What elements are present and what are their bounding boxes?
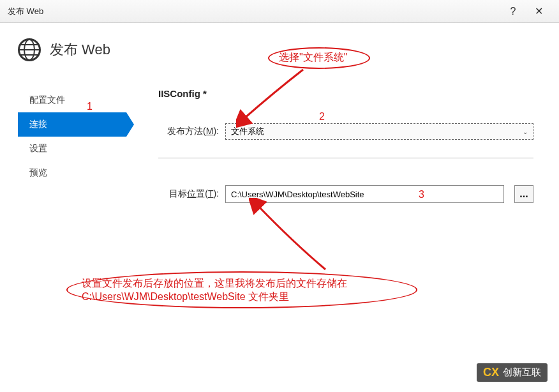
- watermark-logo: CX 创新互联: [477, 363, 548, 382]
- publish-method-value: 文件系统: [231, 126, 264, 137]
- close-button[interactable]: ✕: [526, 1, 551, 22]
- target-location-input[interactable]: [225, 185, 504, 203]
- annotation-oval-bottom: [66, 271, 417, 308]
- watermark-mark: CX: [483, 366, 499, 379]
- sidebar-item-settings[interactable]: 设置: [18, 137, 126, 161]
- profile-name: IISConfig *: [158, 88, 533, 99]
- sidebar-item-label: 预览: [29, 167, 47, 179]
- watermark-text: 创新互联: [503, 366, 541, 379]
- window-title: 发布 Web: [8, 6, 500, 17]
- page-header: 发布 Web: [0, 23, 559, 74]
- main-panel: IISConfig * 发布方法(M): 文件系统 ⌄ 目标位置(T): ...: [126, 74, 559, 211]
- wizard-sidebar: 配置文件 连接 设置 预览: [18, 74, 126, 211]
- sidebar-item-label: 设置: [29, 143, 47, 155]
- publish-method-row: 发布方法(M): 文件系统 ⌄: [158, 123, 533, 140]
- publish-method-label: 发布方法(M):: [158, 126, 219, 137]
- chevron-down-icon: ⌄: [523, 128, 528, 135]
- annotation-callout-bottom: 设置文件发布后存放的位置，这里我将发布后的文件存储在 C:\Users\WJM\…: [82, 277, 347, 304]
- sidebar-item-profile[interactable]: 配置文件: [18, 88, 126, 112]
- target-location-row: 目标位置(T): ...: [158, 185, 533, 203]
- sidebar-item-label: 连接: [29, 119, 47, 130]
- target-location-label: 目标位置(T):: [158, 188, 219, 200]
- sidebar-item-connection[interactable]: 连接: [18, 112, 126, 137]
- divider: [158, 158, 533, 158]
- publish-method-select[interactable]: 文件系统 ⌄: [225, 123, 533, 140]
- help-button[interactable]: ?: [500, 1, 526, 22]
- body: 配置文件 连接 设置 预览 IISConfig * 发布方法(M): 文件系统 …: [0, 74, 559, 211]
- sidebar-item-preview[interactable]: 预览: [18, 161, 126, 185]
- globe-icon: [18, 38, 41, 61]
- browse-button[interactable]: ...: [514, 185, 533, 203]
- sidebar-item-label: 配置文件: [29, 94, 65, 106]
- page-title: 发布 Web: [50, 40, 110, 59]
- titlebar: 发布 Web ? ✕: [0, 0, 559, 23]
